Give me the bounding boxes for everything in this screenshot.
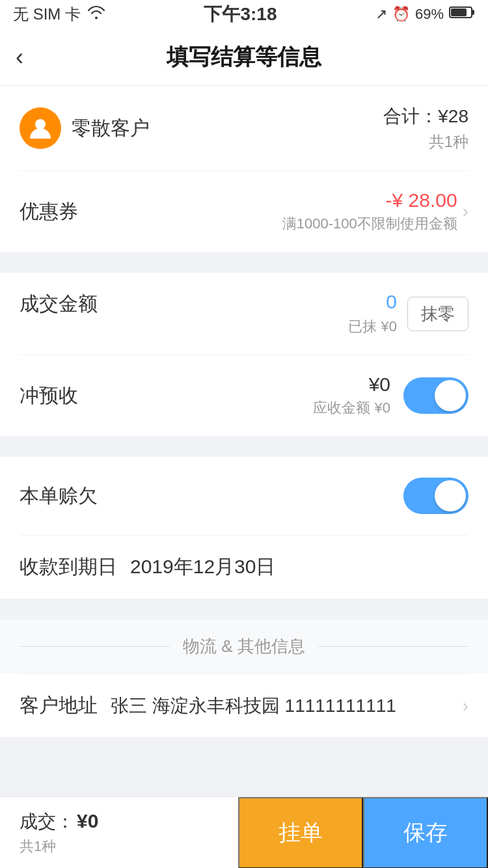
svg-rect-1: [472, 10, 474, 15]
address-left: 客户地址 张三 海淀永丰科技园 11111111111: [20, 692, 396, 719]
prepay-values: ¥0 应收金额 ¥0: [313, 373, 390, 418]
status-time: 下午3:18: [204, 2, 277, 27]
customer-section: 零散客户 合计：¥28 共1种 优惠券 -¥ 28.00 满1000-100不限…: [0, 86, 488, 252]
pending-button[interactable]: 挂单: [238, 797, 363, 869]
coupon-right: -¥ 28.00 满1000-100不限制使用金额 ›: [282, 189, 468, 234]
address-label: 客户地址: [20, 692, 98, 719]
logistics-header: 物流 & 其他信息: [0, 619, 488, 673]
svg-point-3: [35, 119, 46, 129]
section-divider-2: [0, 446, 488, 457]
amount-values: 0 已抹 ¥0: [348, 291, 397, 336]
status-right: ↗ ⏰ 69%: [375, 5, 475, 23]
prepay-label: 冲预收: [20, 383, 78, 409]
address-row[interactable]: 客户地址 张三 海淀永丰科技园 11111111111 ›: [0, 674, 488, 737]
debt-toggle-circle: [435, 480, 466, 511]
prepay-toggle[interactable]: [403, 377, 468, 414]
customer-avatar: [20, 107, 61, 149]
prepay-row: 冲预收 ¥0 应收金额 ¥0: [0, 355, 488, 436]
debt-toggle[interactable]: [403, 478, 468, 514]
debt-section: 本单赊欠 收款到期日 2019年12月30日: [0, 457, 488, 599]
customer-total: 合计：¥28 共1种: [383, 104, 468, 152]
section-divider-1: [0, 262, 488, 273]
back-button[interactable]: ‹: [16, 44, 23, 71]
wifi-icon: [87, 5, 105, 23]
nav-bar: ‹ 填写结算等信息: [0, 29, 488, 86]
bottom-bar: 成交： ¥0 共1种 挂单 保存: [0, 796, 488, 868]
logistics-title: 物流 & 其他信息: [170, 635, 318, 658]
alarm-icon: ⏰: [392, 6, 410, 23]
bottom-deal-row: 成交： ¥0: [20, 809, 219, 834]
prepay-amount: ¥0: [313, 373, 390, 396]
section-divider-3: [0, 609, 488, 619]
amount-row: 成交金额 0 已抹 ¥0 抹零: [0, 273, 488, 355]
svg-rect-2: [451, 8, 467, 16]
location-icon: ↗: [375, 6, 387, 23]
coupon-desc: 满1000-100不限制使用金额: [282, 214, 457, 234]
customer-left: 零散客户: [20, 107, 150, 149]
bottom-deal-amount: ¥0: [77, 810, 98, 832]
bottom-count: 共1种: [20, 837, 219, 856]
due-date-label: 收款到期日: [20, 554, 117, 580]
debt-label: 本单赊欠: [20, 483, 98, 509]
coupon-chevron-icon: ›: [463, 201, 468, 222]
page-title: 填写结算等信息: [167, 42, 321, 72]
coupon-row[interactable]: 优惠券 -¥ 28.00 满1000-100不限制使用金额 ›: [0, 171, 488, 252]
bottom-deal-label: 成交：: [20, 809, 74, 834]
toggle-circle: [435, 380, 466, 411]
logistics-section: 物流 & 其他信息 客户地址 张三 海淀永丰科技园 11111111111 ›: [0, 619, 488, 737]
logistics-line-right: [318, 646, 468, 647]
transaction-deducted: 已抹 ¥0: [348, 317, 397, 336]
address-value: 张三 海淀永丰科技园 11111111111: [111, 694, 396, 718]
no-sim-label: 无 SIM 卡: [13, 4, 81, 25]
round-zero-button[interactable]: 抹零: [407, 297, 468, 331]
prepay-sub: 应收金额 ¥0: [313, 398, 390, 418]
customer-row: 零散客户 合计：¥28 共1种: [0, 86, 488, 170]
transaction-value: 0: [348, 291, 397, 313]
debt-row: 本单赊欠: [0, 457, 488, 535]
battery-icon: [449, 5, 475, 23]
battery-percent: 69%: [415, 6, 444, 23]
total-amount: 合计：¥28: [383, 104, 468, 129]
amount-right-wrap: 0 已抹 ¥0 抹零: [348, 291, 468, 336]
total-count: 共1种: [383, 131, 468, 152]
date-row: 收款到期日 2019年12月30日: [0, 536, 488, 599]
status-left: 无 SIM 卡: [13, 4, 105, 25]
due-date-value: 2019年12月30日: [130, 554, 275, 580]
coupon-discount: -¥ 28.00: [282, 189, 457, 211]
logistics-line-left: [20, 646, 170, 647]
prepay-right: ¥0 应收金额 ¥0: [313, 373, 468, 418]
customer-name: 零散客户: [72, 115, 150, 142]
coupon-label: 优惠券: [20, 198, 78, 225]
coupon-right-content: -¥ 28.00 满1000-100不限制使用金额: [282, 189, 457, 234]
transaction-label: 成交金额: [20, 291, 98, 318]
transaction-section: 成交金额 0 已抹 ¥0 抹零 冲预收 ¥0 应收金额 ¥0: [0, 273, 488, 436]
save-button[interactable]: 保存: [363, 797, 488, 869]
bottom-summary: 成交： ¥0 共1种: [0, 809, 238, 856]
address-chevron-icon: ›: [463, 696, 468, 716]
status-bar: 无 SIM 卡 下午3:18 ↗ ⏰ 69%: [0, 0, 488, 29]
